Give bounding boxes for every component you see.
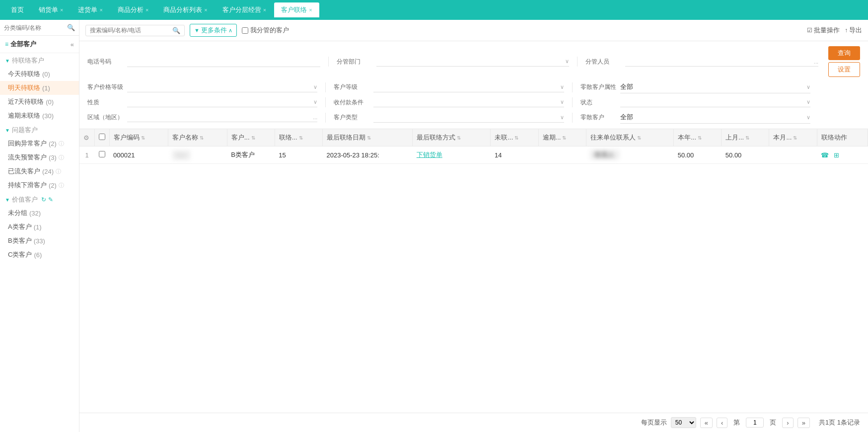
sidebar-all-customers-label: 全部客户	[10, 40, 36, 49]
sidebar-search-input[interactable]	[4, 24, 67, 31]
prev-page-btn[interactable]: ‹	[717, 418, 727, 428]
nav-purchase-close[interactable]: ×	[99, 7, 102, 13]
page-of-label: 页	[770, 418, 776, 427]
col-overdue-sort[interactable]: ⇅	[562, 135, 566, 141]
nav-product-analysis[interactable]: 商品分析 ×	[111, 2, 155, 17]
footer-pagination: 每页显示 50 20 100 « ‹ 第 页 › » 共1页 1条记录	[79, 413, 868, 432]
7days-count: (0)	[46, 98, 54, 106]
sidebar-item-churn-warning[interactable]: 流失预警客户 (3) ⓘ	[0, 150, 79, 164]
col-last-contact-date-sort[interactable]: ⇅	[367, 135, 371, 141]
filter-phone-label: 电话号码	[87, 58, 127, 66]
settings-button[interactable]: 设置	[828, 62, 860, 77]
query-button[interactable]: 查询	[828, 46, 860, 60]
col-type-sort[interactable]: ⇅	[251, 135, 255, 141]
sidebar-all-customers[interactable]: ≡ 全部客户 «	[0, 36, 79, 53]
churned-info-icon: ⓘ	[56, 168, 61, 175]
my-customers-check[interactable]	[242, 27, 248, 34]
c-class-count: (6)	[34, 251, 42, 259]
next-page-btn[interactable]: ›	[782, 418, 793, 428]
filter-cell-region: 区域（地区） ...	[87, 113, 317, 122]
nav-customer-contact-close[interactable]: ×	[309, 7, 312, 13]
filter-scatter-customer-select[interactable]: 全部 ∨	[620, 111, 810, 124]
nav-customer-layer-close[interactable]: ×	[263, 7, 266, 13]
page-size-select[interactable]: 50 20 100	[671, 417, 696, 428]
filter-cell-status: 状态 ∨	[580, 97, 810, 107]
sidebar-item-today[interactable]: 今天待联络 (0)	[0, 67, 79, 81]
nav-customer-contact[interactable]: 客户联络 ×	[274, 2, 319, 17]
sidebar-item-7days[interactable]: 近7天待联络 (0)	[0, 95, 79, 109]
nav-product-list[interactable]: 商品分析列表 ×	[156, 2, 214, 17]
select-all-checkbox[interactable]	[99, 134, 105, 140]
filter-price-level-select[interactable]: ∨	[127, 82, 317, 92]
sidebar-item-overdue[interactable]: 逾期未联络 (30)	[0, 109, 79, 123]
filter-dept-chevron: ∨	[565, 58, 569, 65]
value-refresh-icon[interactable]: ↻	[41, 196, 46, 203]
row-checkbox[interactable]	[99, 151, 105, 157]
nav-product-analysis-close[interactable]: ×	[145, 7, 148, 13]
sidebar-item-abnormal[interactable]: 回购异常客户 (2) ⓘ	[0, 137, 79, 150]
filter-status-select[interactable]: ∨	[620, 97, 810, 107]
filter-scatter-attr-select[interactable]: 全部 ∨	[620, 81, 810, 93]
value-edit-icon[interactable]: ✎	[48, 196, 53, 203]
row-last-contact-method[interactable]: 下销货单	[417, 151, 442, 158]
col-this-year-sort[interactable]: ⇅	[698, 135, 702, 141]
filter-region-select[interactable]: ...	[127, 113, 317, 122]
row-name-cell: Ea	[168, 146, 227, 164]
nav-product-list-close[interactable]: ×	[204, 7, 207, 13]
sidebar-item-b-class[interactable]: B类客户 (33)	[0, 234, 79, 248]
nav-sales[interactable]: 销货单 ×	[32, 2, 70, 17]
first-page-btn[interactable]: «	[700, 418, 713, 428]
sidebar-item-a-class[interactable]: A类客户 (1)	[0, 220, 79, 234]
col-name-sort[interactable]: ⇅	[200, 135, 204, 141]
sidebar-item-tomorrow[interactable]: 明天待联络 (1)	[0, 81, 79, 95]
filter-customer-level-select[interactable]: ∨	[373, 82, 564, 92]
col-code-sort[interactable]: ⇅	[141, 135, 145, 141]
search-input[interactable]	[90, 27, 169, 34]
sidebar-item-ungrouped[interactable]: 未分组 (32)	[0, 206, 79, 220]
col-contact-count-sort[interactable]: ⇅	[299, 135, 303, 141]
col-this-month-sort[interactable]: ⇅	[793, 135, 797, 141]
row-checkbox-cell	[94, 146, 109, 164]
row-grid-action-icon[interactable]: ⊞	[834, 151, 839, 159]
filter-status-chevron: ∨	[806, 99, 810, 105]
col-name: 客户名称 ⇅	[168, 129, 227, 146]
filter-dept-select[interactable]: ∨	[376, 57, 570, 67]
sidebar-search-icon[interactable]: 🔍	[67, 24, 75, 31]
batch-operation-btn[interactable]: ☑ 批量操作	[807, 26, 840, 35]
filter-customer-type-label: 客户类型	[334, 113, 373, 122]
nav-purchase[interactable]: 进货单 ×	[71, 2, 109, 17]
filter-manager-select[interactable]: ...	[625, 57, 818, 67]
filter-phone-input[interactable]	[127, 57, 320, 67]
sidebar-item-churned[interactable]: 已流失客户 (24) ⓘ	[0, 164, 79, 178]
filter-customer-type-chevron: ∨	[560, 114, 564, 121]
row-name[interactable]: Ea	[172, 150, 190, 160]
export-btn[interactable]: ↑ 导出	[845, 26, 862, 35]
filter-payment-select[interactable]: ∨	[373, 97, 564, 107]
nav-customer-layer[interactable]: 客户分层经营 ×	[216, 2, 273, 17]
filter-cell-price-level: 客户价格等级 ∨	[87, 82, 317, 92]
nav-home[interactable]: 首页	[4, 2, 31, 17]
col-type-label: 客户...	[231, 133, 250, 142]
page-number-input[interactable]	[746, 418, 764, 428]
row-phone-action-icon[interactable]: ☎	[821, 151, 829, 159]
customers-table: ⚙ 客户编码 ⇅ 客户名称	[79, 129, 868, 164]
nav-sales-close[interactable]: ×	[60, 7, 63, 13]
filter-payment-label: 收付款条件	[334, 98, 373, 107]
last-page-btn[interactable]: »	[797, 418, 810, 428]
col-last-month-sort[interactable]: ⇅	[745, 135, 749, 141]
nav-purchase-label: 进货单	[78, 5, 97, 14]
col-contact-person-sort[interactable]: ⇅	[637, 135, 641, 141]
row-last-month: 50.00	[725, 151, 742, 159]
filter-customer-type-select[interactable]: ∨	[373, 113, 564, 123]
sidebar-collapse-icon[interactable]: «	[71, 41, 74, 48]
sidebar-item-c-class[interactable]: C类客户 (6)	[0, 248, 79, 262]
table-gear-icon[interactable]: ⚙	[83, 134, 89, 142]
filter-nature-select[interactable]: ∨	[127, 97, 317, 107]
search-submit-icon[interactable]: 🔍	[172, 27, 180, 34]
col-type: 客户... ⇅	[227, 129, 275, 146]
churn-warning-count: (3)	[49, 154, 57, 161]
sidebar-item-declining[interactable]: 持续下滑客户 (2) ⓘ	[0, 178, 79, 192]
more-conditions-btn[interactable]: ▼ 更多条件 ∧	[190, 24, 237, 37]
col-no-contact-sort[interactable]: ⇅	[514, 135, 518, 141]
col-last-contact-method-sort[interactable]: ⇅	[457, 135, 461, 141]
